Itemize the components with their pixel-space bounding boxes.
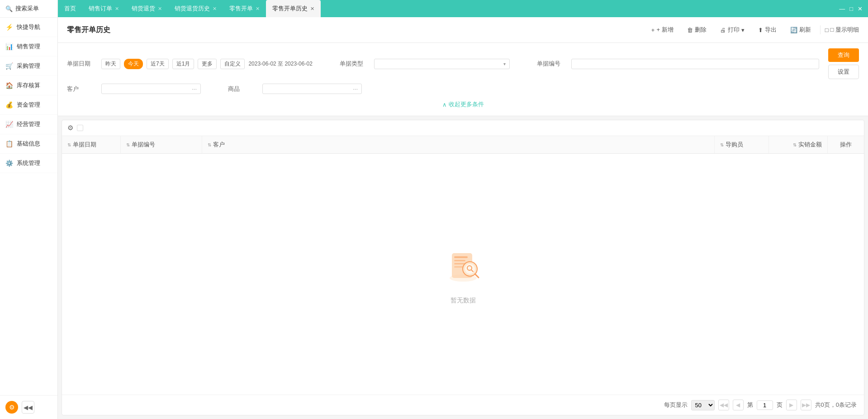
tab-retail-open-history-label: 零售开单历史 [272, 5, 308, 13]
th-salesperson-label: 导购员 [726, 141, 743, 149]
refresh-label: 刷新 [799, 26, 811, 34]
collapse-more-button[interactable]: ∧ 收起更多条件 [67, 99, 859, 110]
export-label: 导出 [765, 26, 777, 34]
date-btn-today[interactable]: 今天 [124, 59, 143, 69]
th-action: 操作 [828, 136, 864, 153]
date-btn-yesterday[interactable]: 昨天 [101, 59, 120, 69]
per-page-select[interactable]: 50 10 20 100 [691, 400, 715, 410]
settings-gear-button[interactable]: ⚙ [5, 401, 18, 414]
collapse-arrow-icon: ∧ [442, 101, 447, 108]
close-button[interactable]: ✕ [858, 5, 863, 12]
customer-filter-label: 客户 [67, 85, 92, 93]
num-filter-input-container[interactable] [571, 59, 819, 69]
add-icon: + [651, 27, 655, 33]
page-input[interactable] [757, 400, 773, 410]
minimize-button[interactable]: — [839, 5, 845, 12]
filter-row-2: 客户 ··· 商品 ··· [67, 84, 859, 94]
sidebar-item-purchase-mgmt[interactable]: 🛒 采购管理 [0, 56, 57, 76]
print-icon: 🖨 [720, 27, 726, 33]
tab-sales-order-label: 销售订单 [89, 5, 112, 13]
type-filter-select[interactable]: ▾ [374, 59, 510, 69]
page-header: 零售开单历史 + + 新增 🗑 删除 🖨 打印 ▾ ⬆ 导出 [58, 17, 868, 43]
display-detail-button[interactable]: □ □ 显示明细 [825, 26, 859, 34]
goods-filter-input[interactable]: ··· [262, 84, 362, 94]
tab-retail-open-close[interactable]: ✕ [256, 6, 260, 12]
tab-retail-open-history-close[interactable]: ✕ [310, 6, 314, 12]
th-date-label: 单据日期 [73, 141, 96, 149]
operations-icon: 📈 [5, 121, 13, 128]
sidebar-item-label: 经营管理 [17, 120, 40, 128]
tab-sales-return-label: 销货退货 [132, 5, 155, 13]
sidebar-item-label: 快捷导航 [17, 23, 40, 31]
tab-sales-order[interactable]: 销售订单 ✕ [82, 0, 125, 17]
last-page-button[interactable]: ▶▶ [801, 400, 811, 410]
sort-icon-amount: ⇅ [793, 142, 797, 147]
query-button[interactable]: 查询 [828, 48, 859, 62]
tab-sales-return-close[interactable]: ✕ [158, 6, 162, 12]
sidebar-item-label: 采购管理 [17, 62, 40, 70]
search-icon: 🔍 [5, 5, 13, 12]
finance-icon: 💰 [5, 101, 13, 108]
sidebar-item-label: 基础信息 [17, 140, 40, 148]
display-detail-label: □ 显示明细 [830, 26, 859, 34]
refresh-icon: 🔄 [790, 27, 797, 33]
tab-sales-return-history-close[interactable]: ✕ [213, 6, 217, 12]
num-filter-input[interactable] [575, 61, 815, 67]
filter-row-1: 单据日期 昨天 今天 近7天 近1月 更多 自定义 2023-06-02 至 2… [67, 48, 859, 79]
sidebar-item-quick-nav[interactable]: ⚡ 快捷导航 [0, 18, 57, 37]
sidebar-item-inventory[interactable]: 🏠 库存核算 [0, 76, 57, 95]
date-btn-1month[interactable]: 近1月 [172, 59, 194, 69]
empty-state-icon [441, 244, 486, 289]
tab-sales-return-history[interactable]: 销货退货历史 ✕ [168, 0, 223, 17]
type-filter-label: 单据类型 [340, 60, 365, 68]
tab-home[interactable]: 首页 [58, 0, 82, 17]
delete-icon: 🗑 [687, 27, 693, 33]
table-settings-icon[interactable]: ⚙ [67, 124, 73, 132]
svg-rect-2 [454, 256, 468, 258]
sort-icon-customer: ⇅ [208, 142, 211, 147]
goods-input[interactable] [266, 85, 351, 92]
export-button[interactable]: ⬆ 导出 [754, 24, 781, 36]
sidebar-item-system-mgmt[interactable]: ⚙️ 系统管理 [0, 154, 57, 173]
add-button[interactable]: + + 新增 [647, 24, 678, 36]
sidebar-item-finance[interactable]: 💰 资金管理 [0, 95, 57, 115]
th-num: ⇅ 单据编号 [121, 136, 202, 153]
sidebar-search-label: 搜索采单 [15, 5, 39, 13]
toolbar-divider [820, 25, 821, 34]
tab-retail-open-history[interactable]: 零售开单历史 ✕ [266, 0, 321, 17]
tab-retail-open[interactable]: 零售开单 ✕ [223, 0, 266, 17]
refresh-button[interactable]: 🔄 刷新 [786, 24, 816, 36]
sidebar-collapse-button[interactable]: ◀◀ [22, 401, 34, 414]
delete-button[interactable]: 🗑 删除 [683, 24, 711, 36]
sort-icon-date: ⇅ [67, 142, 71, 147]
date-btn-7days[interactable]: 近7天 [147, 59, 169, 69]
th-salesperson: ⇅ 导购员 [715, 136, 769, 153]
sort-icon-salesperson: ⇅ [720, 142, 724, 147]
sidebar-search[interactable]: 🔍 搜索采单 [0, 0, 57, 18]
customer-input[interactable] [105, 85, 190, 92]
type-filter-input[interactable] [378, 61, 503, 67]
print-button[interactable]: 🖨 打印 ▾ [716, 24, 749, 36]
maximize-button[interactable]: □ [849, 5, 853, 12]
prev-page-button[interactable]: ◀ [733, 400, 744, 410]
tab-sales-order-close[interactable]: ✕ [115, 6, 119, 12]
next-page-button[interactable]: ▶ [786, 400, 797, 410]
main-area: 首页 销售订单 ✕ 销货退货 ✕ 销货退货历史 ✕ 零售开单 ✕ 零售开单历史 … [58, 0, 868, 419]
sidebar-item-sales-mgmt[interactable]: 📊 销售管理 [0, 37, 57, 56]
quick-nav-icon: ⚡ [5, 24, 13, 31]
tab-home-label: 首页 [64, 5, 76, 13]
customer-filter-input[interactable]: ··· [101, 84, 201, 94]
action-buttons: 查询 设置 [828, 48, 859, 79]
sidebar-item-operations[interactable]: 📈 经营管理 [0, 115, 57, 134]
settings-button[interactable]: 设置 [828, 65, 859, 79]
sidebar-item-basic-info[interactable]: 📋 基础信息 [0, 134, 57, 154]
sidebar: 🔍 搜索采单 ⚡ 快捷导航 📊 销售管理 🛒 采购管理 🏠 库存核算 💰 资金管… [0, 0, 58, 419]
basic-info-icon: 📋 [5, 140, 13, 147]
date-btn-custom[interactable]: 自定义 [220, 59, 245, 69]
first-page-button[interactable]: ◀◀ [718, 400, 729, 410]
tab-sales-return-history-label: 销货退货历史 [175, 5, 210, 13]
tab-sales-return[interactable]: 销货退货 ✕ [125, 0, 168, 17]
date-btn-more[interactable]: 更多 [198, 59, 217, 69]
customer-dots: ··· [192, 85, 197, 92]
select-all-checkbox[interactable] [77, 125, 83, 131]
